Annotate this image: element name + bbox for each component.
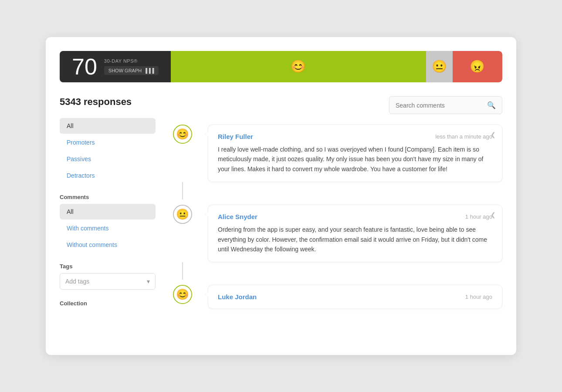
time-3: 1 hour ago [465,294,492,300]
tags-section: Tags Add tags ▾ [60,263,156,290]
sidebar: 5343 responses All Promoters Passives De… [60,96,156,317]
time-2: 1 hour ago [465,213,492,220]
filter-passives[interactable]: Passives [60,151,156,167]
filter-detractors[interactable]: Detractors [60,168,156,183]
card-col-1: ❮ Riley Fuller less than a minute ago I … [202,125,502,182]
comments-section-label: Comments [60,194,156,200]
filter-promoters[interactable]: Promoters [60,135,156,150]
chevron-down-icon: ▾ [147,278,150,285]
tags-dropdown[interactable]: Add tags ▾ [60,273,156,290]
nps-label: 30-DAY NPS® [104,58,159,64]
card-col-2: ❮ Alice Snyder 1 hour ago Ordering from … [202,205,502,262]
search-input[interactable] [396,102,483,109]
detractor-face-icon: 😠 [470,61,485,73]
tags-placeholder: Add tags [65,278,89,285]
right-header: 🔍 [169,96,502,114]
collapse-icon-2[interactable]: ❮ [491,211,496,218]
line-col-1 [169,182,196,199]
collection-label: Collection [60,300,156,307]
author-1[interactable]: Riley Fuller [218,133,253,140]
search-icon: 🔍 [487,101,496,109]
comments-filter-section: Comments All With comments Without comme… [60,194,156,253]
collection-section: Collection [60,300,156,307]
top-bar: 70 30-DAY NPS® SHOW GRAPH ▐▐▐ 😊 😐 😠 [60,51,502,82]
line-col-2 [169,262,196,280]
avatar-3: 😊 [173,285,192,304]
promoter-bar: 😊 [171,51,426,82]
timeline-left-1: 😊 [169,125,196,144]
responses-header: 5343 responses [60,96,156,108]
promoter-emoji-3: 😊 [176,288,189,301]
collapse-icon-1[interactable]: ❮ [491,131,496,138]
comment-text-2: Ordering from the app is super easy, and… [218,225,492,254]
timeline-item: 😊 ❮ Riley Fuller less than a minute ago … [169,125,502,182]
passive-bar: 😐 [426,51,453,82]
card-header-1: Riley Fuller less than a minute ago [218,133,492,140]
timeline: 😊 ❮ Riley Fuller less than a minute ago … [169,125,502,309]
passive-face-icon: 😐 [432,61,447,73]
card-col-3: Luke Jordan 1 hour ago [202,285,502,309]
passive-emoji-2: 😐 [176,208,189,220]
card-header-3: Luke Jordan 1 hour ago [218,293,492,301]
responses-count: 5343 responses [60,96,132,107]
right-panel: 🔍 😊 ❮ Riley Fulle [169,96,502,317]
filter-without-comments[interactable]: Without comments [60,237,156,253]
type-filter-section: All Promoters Passives Detractors [60,118,156,183]
filter-all[interactable]: All [60,118,156,134]
show-graph-label: SHOW GRAPH [108,68,142,73]
app-container: 70 30-DAY NPS® SHOW GRAPH ▐▐▐ 😊 😐 😠 [46,37,516,355]
tags-label: Tags [60,263,156,270]
nps-bar: 😊 😐 😠 [171,51,502,82]
vert-line-2 [182,262,183,280]
comment-card-3: Luke Jordan 1 hour ago [208,285,502,309]
bar-chart-icon: ▐▐▐ [144,68,154,73]
filter-with-comments[interactable]: With comments [60,220,156,236]
connector-2 [169,262,502,280]
main-content: 5343 responses All Promoters Passives De… [60,96,502,317]
search-box[interactable]: 🔍 [389,96,502,114]
timeline-left-3: 😊 [169,285,196,304]
comment-text-1: I really love well-made clothing, and so… [218,145,492,174]
connector-1 [169,182,502,199]
nps-info: 30-DAY NPS® SHOW GRAPH ▐▐▐ [104,58,159,75]
promoter-face-icon: 😊 [291,61,306,73]
filter-comments-all[interactable]: All [60,204,156,220]
comment-card-1: ❮ Riley Fuller less than a minute ago I … [208,125,502,182]
timeline-item-2: 😐 ❮ Alice Snyder 1 hour ago Ordering fro… [169,205,502,262]
vert-line-1 [182,182,183,199]
time-1: less than a minute ago [435,133,492,140]
avatar-1: 😊 [173,125,192,144]
author-3[interactable]: Luke Jordan [218,293,257,301]
avatar-2: 😐 [173,205,192,224]
promoter-emoji-1: 😊 [176,128,189,140]
timeline-left-2: 😐 [169,205,196,224]
comment-card-2: ❮ Alice Snyder 1 hour ago Ordering from … [208,205,502,262]
card-header-2: Alice Snyder 1 hour ago [218,213,492,220]
show-graph-button[interactable]: SHOW GRAPH ▐▐▐ [104,66,159,75]
author-2[interactable]: Alice Snyder [218,213,257,220]
detractor-bar: 😠 [453,51,502,82]
nps-score: 70 [72,55,97,78]
timeline-item-3: 😊 Luke Jordan 1 hour ago [169,285,502,309]
nps-score-box: 70 30-DAY NPS® SHOW GRAPH ▐▐▐ [60,51,171,82]
